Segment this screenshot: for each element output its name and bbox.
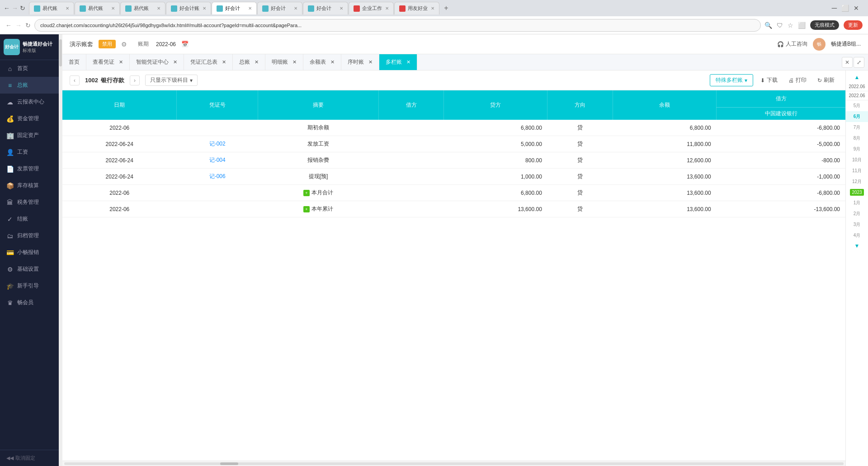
timeline-month-8[interactable]: 8月 (846, 133, 868, 144)
tab-home[interactable]: 首页 (62, 54, 86, 71)
download-button[interactable]: ⬇ 下载 (757, 75, 781, 86)
tab-view-voucher-close[interactable]: ✕ (119, 59, 123, 65)
sidebar-item-guide[interactable]: 🎓 新手引导 (0, 278, 59, 294)
next-account-button[interactable]: › (130, 75, 140, 85)
tab-close-4[interactable]: ✕ (203, 6, 206, 11)
tab-smart-voucher[interactable]: 智能凭证中心 ✕ (130, 54, 184, 71)
timeline-scroll-down[interactable]: ▼ (854, 241, 860, 251)
browser-tab-7[interactable]: 好会计 ✕ (303, 2, 348, 14)
tab-detail-ledger[interactable]: 明细账 ✕ (265, 54, 303, 71)
tab-close-9[interactable]: ✕ (431, 6, 434, 11)
topbar-settings-icon[interactable]: ⚙ (121, 41, 127, 48)
timeline-month-9[interactable]: 9月 (846, 144, 868, 155)
calendar-icon[interactable]: 📅 (181, 41, 189, 47)
browser-tab-1[interactable]: 易代账 ✕ (29, 2, 74, 14)
tab-general-ledger[interactable]: 总账 ✕ (233, 54, 265, 71)
update-button[interactable]: 更新 (844, 20, 863, 30)
minimize-icon[interactable]: ─ (832, 4, 837, 12)
tab-voucher-summary-close[interactable]: ✕ (222, 59, 226, 65)
tab-close-2[interactable]: ✕ (111, 6, 115, 11)
tab-close-6[interactable]: ✕ (294, 6, 297, 11)
tab-multi-column-close[interactable]: ✕ (406, 59, 410, 65)
tab-balance-table-close[interactable]: ✕ (330, 59, 335, 65)
timeline-2023-month-4[interactable]: 4月 (846, 230, 868, 241)
timeline-2023-month-3[interactable]: 3月 (846, 219, 868, 230)
close-window-icon[interactable]: ✕ (854, 5, 859, 12)
cell-voucher-1[interactable]: 记-002 (177, 136, 258, 152)
browser-tab-9[interactable]: 用友好业 ✕ (394, 2, 439, 14)
fwd-btn[interactable]: → (15, 22, 22, 29)
browser-tab-2[interactable]: 易代账 ✕ (75, 2, 120, 14)
tab-balance-table[interactable]: 余额表 ✕ (303, 54, 341, 71)
sidebar-item-fixed-assets[interactable]: 🏢 固定资产 (0, 127, 59, 144)
tab-voucher-summary[interactable]: 凭证汇总表 ✕ (184, 54, 233, 71)
sidebar-scrollbar[interactable] (59, 34, 62, 466)
consult-button[interactable]: 🎧 人工咨询 (777, 40, 807, 48)
restore-icon[interactable]: ⬜ (841, 5, 849, 12)
no-trace-button[interactable]: 无痕模式 (810, 20, 839, 30)
timeline-month-7[interactable]: 7月 (846, 122, 868, 133)
sidebar-item-home[interactable]: ⌂ 首页 (0, 60, 59, 77)
prev-account-button[interactable]: ‹ (70, 75, 80, 85)
sidebar-item-tax[interactable]: 🏛 税务管理 (0, 194, 59, 211)
reload-icon[interactable]: ↻ (20, 5, 25, 12)
timeline-month-12[interactable]: 12月 (846, 176, 868, 187)
timeline-month-5[interactable]: 5月 (846, 100, 868, 111)
cell-voucher-2[interactable]: 记-004 (177, 152, 258, 169)
tab-close-3[interactable]: ✕ (157, 6, 160, 11)
new-tab-button[interactable]: + (440, 2, 453, 14)
timeline-2023-month-2[interactable]: 2月 (846, 208, 868, 219)
print-button[interactable]: 🖨 打印 (785, 75, 810, 86)
cell-voucher-3[interactable]: 记-006 (177, 169, 258, 185)
sidebar-item-inventory[interactable]: 📦 库存核算 (0, 177, 59, 194)
sidebar-item-member[interactable]: ♛ 畅会员 (0, 294, 59, 311)
timeline-month-10[interactable]: 10月 (846, 155, 868, 165)
tab-journal-close[interactable]: ✕ (368, 59, 373, 65)
sidebar-item-salary[interactable]: 👤 工资 (0, 144, 59, 160)
sidebar-item-close-accounts[interactable]: ✓ 结账 (0, 211, 59, 227)
search-icon[interactable]: 🔍 (764, 22, 772, 29)
close-tab-action[interactable]: ✕ (842, 57, 853, 68)
back-icon[interactable]: ← (4, 5, 10, 12)
ledger-table-wrap[interactable]: 日期 凭证号 摘要 借方 贷方 方向 余额 借方 中国建设银行 (62, 90, 845, 461)
timeline-month-6[interactable]: 6月 (846, 111, 868, 122)
forward-icon[interactable]: → (12, 5, 18, 12)
timeline-scroll-up[interactable]: ▲ (854, 72, 860, 82)
tab-journal[interactable]: 序时账 ✕ (341, 54, 379, 71)
sidebar-item-expense[interactable]: 💳 小畅报销 (0, 244, 59, 261)
bottom-scrollbar[interactable] (62, 461, 845, 466)
browser-tab-3[interactable]: 易代账 ✕ (120, 2, 165, 14)
browser-tab-8[interactable]: 企业工作 ✕ (349, 2, 394, 14)
sidebar-pin-button[interactable]: ◀◀ 取消固定 (0, 450, 59, 466)
tab-general-ledger-close[interactable]: ✕ (255, 59, 259, 65)
address-input[interactable] (34, 19, 761, 32)
timeline-month-11[interactable]: 11月 (846, 165, 868, 176)
sidebar-item-cloud-report[interactable]: ☁ 云报表中心 (0, 94, 59, 110)
tab-close-5[interactable]: ✕ (248, 6, 252, 11)
sidebar-item-ledger[interactable]: ≡ 总账 (0, 77, 59, 94)
special-multi-button[interactable]: 特殊多栏账 ▾ (710, 74, 753, 86)
back-btn[interactable]: ← (5, 22, 12, 29)
star-icon[interactable]: ☆ (788, 22, 793, 29)
sidebar-item-settings[interactable]: ⚙ 基础设置 (0, 261, 59, 278)
browser-tab-4[interactable]: 好会计账 ✕ (166, 2, 211, 14)
tab-smart-voucher-close[interactable]: ✕ (173, 59, 177, 65)
sidebar-item-invoice[interactable]: 📄 发票管理 (0, 160, 59, 177)
extension-icon[interactable]: ⬜ (798, 22, 806, 29)
reload-btn[interactable]: ↻ (25, 22, 31, 29)
shield-icon[interactable]: 🛡 (777, 22, 783, 29)
sidebar-item-archive[interactable]: 🗂 归档管理 (0, 227, 59, 244)
browser-tab-6[interactable]: 好会计 ✕ (257, 2, 302, 14)
expand-tab-action[interactable]: ⤢ (854, 57, 864, 68)
browser-tab-5[interactable]: 好会计 ✕ (212, 2, 257, 14)
tab-multi-column[interactable]: 多栏账 ✕ (379, 54, 417, 71)
tab-close-1[interactable]: ✕ (66, 6, 69, 11)
tab-close-7[interactable]: ✕ (340, 6, 343, 11)
sub-account-filter[interactable]: 只显示下级科目 ▾ (145, 75, 198, 86)
refresh-button[interactable]: ↻ 刷新 (814, 75, 838, 86)
timeline-2023-month-1[interactable]: 1月 (846, 198, 868, 208)
tab-close-8[interactable]: ✕ (385, 6, 389, 11)
tab-detail-ledger-close[interactable]: ✕ (292, 59, 297, 65)
sidebar-item-fund[interactable]: 💰 资金管理 (0, 110, 59, 127)
tab-view-voucher[interactable]: 查看凭证 ✕ (86, 54, 130, 71)
